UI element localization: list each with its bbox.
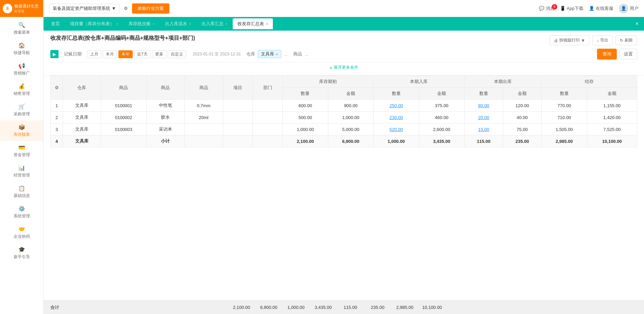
tab-close-3[interactable]: × [189,22,191,26]
sidebar-item-purchase[interactable]: 🛒 采购管理 [0,100,43,120]
tab-close-1[interactable]: × [116,22,118,26]
date-btn-近7天[interactable]: 近7天 [134,50,151,58]
tab-item-3[interactable]: 出入库流水× [160,18,196,29]
system-selector[interactable]: 装备及固定资产辅助管理系统 ▼ [49,4,120,13]
row-in-qty: 1,000.00 [374,135,419,147]
table-settings-col[interactable]: ⚙ [51,76,63,100]
row-in-amt: 2,600.00 [419,123,464,135]
warehouse-more[interactable]: ... [284,52,288,57]
marketing-icon: 📢 [18,63,25,69]
tab-label-1: 现存量（库存分布表） [70,21,114,27]
goods-filter: 商品 ... [293,51,309,57]
message-action[interactable]: 💬 消息 6 [539,5,555,12]
filter-collapse-button[interactable]: ▶ [50,50,59,58]
warehouse-tag-close[interactable]: × [276,52,278,57]
app-download-action[interactable]: 📱 App下载 [560,5,583,12]
footer-spacer1 [65,303,92,311]
footer-spacer2 [92,303,119,311]
tab-item-2[interactable]: 库存批次账× [124,18,160,29]
purchase-icon: 🛒 [18,103,25,110]
row-no: 4 [51,135,63,147]
row-no: 1 [51,100,63,112]
row-out-qty[interactable]: 20.00 [464,112,503,123]
user-label: 用户 [630,5,639,12]
row-no: 2 [51,112,63,123]
row-name: 采访本 [146,123,184,135]
tab-item-0[interactable]: 首页 [46,18,65,29]
filter-area: ▶ 记账日期 上月本月本年近7天更多自定义 2023-01-01 至 2023-… [44,46,644,76]
table-settings-button[interactable]: 设置 [620,49,637,60]
expand-more-btn[interactable]: ∨ 展开更多条件 [50,62,637,72]
table-row: 4文具库小计2,100.006,900.001,000.003,435.0011… [51,135,637,147]
row-code: 0100001 [101,100,146,112]
tab-close-5[interactable]: × [266,22,268,26]
print-button[interactable]: 🖨 拆镜版打印 ▼ [549,35,590,45]
sidebar-label-sales: 销售管理 [14,91,30,97]
sidebar-item-marketing[interactable]: 📢 营销推广 [0,59,43,80]
date-range: 2023-01-01 至 2023-12-31 [193,51,241,57]
online-service-label: 在线客服 [596,5,613,12]
row-open-amt: 5,000.00 [328,123,374,135]
print-icon: 🖨 [554,38,558,43]
date-btn-本年[interactable]: 本年 [118,50,133,58]
footer-spacer3 [119,303,146,311]
sidebar-item-inventory[interactable]: 📦 库存核算 [0,120,43,141]
date-btn-本月[interactable]: 本月 [103,50,117,58]
search-icon: 🔍 [18,22,25,28]
tab-item-4[interactable]: 出入库汇总× [197,18,232,29]
col-in: 本期入库 [374,76,464,88]
logo-text: 畅捷通好生意 标准版 [14,3,39,14]
sidebar-item-quick-nav[interactable]: 🏠 快捷导航 [0,39,43,59]
tab-bar-close-all[interactable]: × [633,21,641,27]
goods-more[interactable]: ... [305,52,309,57]
export-button[interactable]: ↓ 导出 [592,35,613,45]
quick-nav-icon: 🏠 [18,42,25,49]
tab-close-4[interactable]: × [226,22,228,26]
sidebar-label-newbie: 新手引导 [14,254,30,260]
row-dept [253,135,283,147]
row-bal-qty: 1,505.00 [542,123,587,135]
sidebar-item-sales[interactable]: 💰 销售管理 [0,80,43,100]
footer-in-qty: 1,000.00 [282,303,310,311]
footer-out-qty: 115.00 [337,303,364,311]
online-service-action[interactable]: 👤 在线客服 [589,5,613,12]
query-button[interactable]: 查询 [597,49,617,60]
system-icon: ⚙️ [18,205,25,212]
sidebar-item-operation[interactable]: 📊 经营管理 [0,161,43,182]
sidebar-item-search[interactable]: 🔍 搜索菜单 [0,18,43,39]
tab-close-2[interactable]: × [153,22,155,26]
system-title: 装备及固定资产辅助管理系统 [53,5,110,12]
sidebar-item-system[interactable]: ⚙️ 系统管理 [0,202,43,222]
sidebar-nav: 🔍 搜索菜单🏠 快捷导航📢 营销推广💰 销售管理🛒 采购管理📦 库存核算💳 资金… [0,17,43,314]
date-btn-自定义[interactable]: 自定义 [168,50,186,58]
row-in-qty[interactable]: 250.00 [374,100,419,112]
sidebar-item-newbie[interactable]: 🎓 新手引导 [0,243,43,263]
row-project [223,100,253,112]
date-btn-更多[interactable]: 更多 [152,50,166,58]
row-bal-qty: 770.00 [542,100,587,112]
sidebar-item-enterprise[interactable]: 🤝 企业协同 [0,222,43,243]
row-out-qty[interactable]: 80.00 [464,100,503,112]
row-in-qty[interactable]: 230.00 [374,112,419,123]
row-open-amt: 6,900.00 [328,135,374,147]
tab-item-1[interactable]: 现存量（库存分布表）× [65,18,123,29]
footer-open-qty: 2,100.00 [228,303,255,311]
row-name: 中性笔 [146,100,184,112]
settings-action[interactable]: ⚙ [124,6,128,11]
row-in-qty[interactable]: 520.00 [374,123,419,135]
col-out-amt: 金额 [503,88,541,100]
col-in-qty: 数量 [374,88,419,100]
footer-spacer6 [201,303,228,311]
operation-icon: 📊 [18,165,25,171]
sidebar-item-finance[interactable]: 💳 资金管理 [0,141,43,161]
trial-button[interactable]: 体验行业方案 [132,3,169,14]
refresh-button[interactable]: ↻ 刷新 [615,35,637,45]
row-out-qty[interactable]: 15.00 [464,123,503,135]
user-action[interactable]: 👤 用户 [619,4,639,13]
date-btn-上月[interactable]: 上月 [87,50,101,58]
row-warehouse: 文具库 [63,123,101,135]
row-open-qty: 1,000.00 [283,123,328,135]
tab-item-5[interactable]: 收发存汇总表× [233,18,273,29]
sidebar-item-basic[interactable]: 📋 基础信息 [0,182,43,202]
sidebar-label-system: 系统管理 [14,213,30,219]
